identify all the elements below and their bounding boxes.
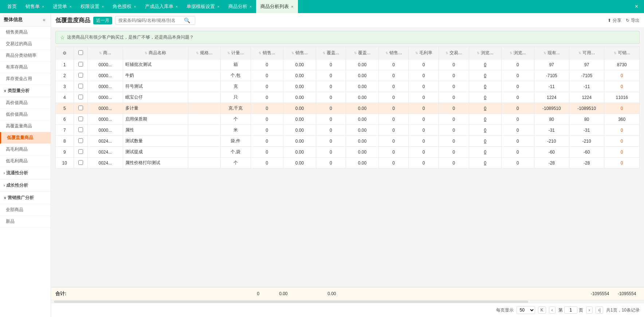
cell-browse1[interactable]: 0 — [469, 103, 502, 114]
cell-browse1[interactable]: 0 — [469, 114, 502, 125]
search-icon[interactable]: 🔍 — [184, 17, 190, 23]
nav-purchase-close[interactable]: × — [69, 4, 71, 9]
nav-template[interactable]: 单据模板设置 × — [182, 0, 224, 13]
th-name[interactable]: ⇅商品名称 — [123, 47, 188, 59]
sidebar-item-stock-capital[interactable]: 库存资金占用 — [0, 73, 51, 85]
cell-cover-rate: 0.00 — [346, 59, 379, 70]
sidebar-item-category-rate[interactable]: 商品分类动销率 — [0, 50, 51, 62]
th-spec[interactable]: ⇅规格... — [188, 47, 221, 59]
row-checkbox[interactable] — [78, 149, 83, 154]
th-cover-count[interactable]: ⇅覆盖... — [316, 47, 346, 59]
cell-browse1[interactable]: 0 — [469, 81, 502, 92]
sidebar-item-sales-goods[interactable]: 销售类商品 — [0, 27, 51, 38]
cell-name: 属性价格打印测试 — [123, 158, 188, 169]
sidebar-item-low-coverage[interactable]: 低覆盖量商品 — [0, 132, 51, 144]
sidebar-item-high-coverage[interactable]: 高覆盖量商品 — [0, 120, 51, 132]
cell-check[interactable] — [74, 103, 88, 114]
cell-check[interactable] — [74, 125, 88, 136]
th-sales-qty[interactable]: ⇅销售... — [251, 47, 283, 59]
cell-check[interactable] — [74, 158, 88, 169]
row-checkbox[interactable] — [78, 106, 83, 110]
time-filter-badge[interactable]: 近一月 — [93, 17, 112, 24]
export-btn[interactable]: ↻ 导出 — [626, 17, 640, 24]
cell-check[interactable] — [74, 59, 88, 70]
nav-role-close[interactable]: × — [134, 4, 136, 9]
nav-goods-analysis-list[interactable]: 商品分析列表 × — [256, 0, 298, 13]
cell-browse1[interactable]: 0 — [469, 125, 502, 136]
cell-browse1[interactable]: 0 — [469, 92, 502, 103]
table-container[interactable]: ⚙ ⇅商... ⇅商品名称 ⇅规格... — [51, 47, 644, 287]
settings-icon[interactable]: ⚙ — [63, 51, 67, 56]
last-page-btn[interactable]: ›| — [596, 306, 603, 314]
row-checkbox[interactable] — [78, 116, 83, 121]
cell-browse1[interactable]: 0 — [469, 158, 502, 169]
th-cover-rate[interactable]: ⇅覆盖... — [346, 47, 379, 59]
select-all-checkbox[interactable] — [78, 50, 83, 55]
th-browse1[interactable]: ⇅浏览... — [469, 47, 502, 59]
cell-check[interactable] — [74, 92, 88, 103]
sidebar-item-high-margin[interactable]: 高毛利商品 — [0, 144, 51, 155]
nav-sales-close[interactable]: × — [42, 4, 44, 9]
th-sales-amount[interactable]: ⇅销售... — [283, 47, 316, 59]
sidebar-item-all-goods[interactable]: 全部商品 — [0, 204, 51, 216]
sidebar-section-marketing[interactable]: ∨ 营销推广分析 — [0, 192, 51, 204]
nav-goods-analysis-list-close[interactable]: × — [291, 4, 293, 9]
page-number-input[interactable] — [564, 306, 577, 314]
nav-template-close[interactable]: × — [217, 4, 219, 9]
cell-check[interactable] — [74, 147, 88, 158]
sidebar-item-new-goods[interactable]: 新品 — [0, 216, 51, 227]
row-checkbox[interactable] — [78, 62, 83, 67]
th-code[interactable]: ⇅商... — [88, 47, 123, 59]
cell-check[interactable] — [74, 81, 88, 92]
row-checkbox[interactable] — [78, 95, 83, 99]
first-page-btn[interactable]: K — [538, 306, 546, 314]
row-checkbox[interactable] — [78, 84, 83, 88]
nav-permission-close[interactable]: × — [102, 4, 104, 9]
th-current[interactable]: ⇅现有... — [534, 47, 569, 59]
cell-browse1[interactable]: 0 — [469, 59, 502, 70]
sidebar-item-low-margin[interactable]: 低毛利商品 — [0, 155, 51, 167]
nav-product-warehouse[interactable]: 产成品入库单 × — [141, 0, 182, 13]
nav-sales[interactable]: 销售单 × — [21, 0, 48, 13]
share-btn[interactable]: ⬆ 分享 — [608, 17, 621, 24]
prev-page-btn[interactable]: ‹ — [549, 306, 555, 314]
nav-product-warehouse-close[interactable]: × — [176, 4, 178, 9]
nav-goods-analysis[interactable]: 商品分析 × — [224, 0, 256, 13]
cell-browse1[interactable]: 0 — [469, 147, 502, 158]
th-sales-count2[interactable]: ⇅销售... — [378, 47, 409, 59]
row-checkbox[interactable] — [78, 73, 83, 78]
page-size-select[interactable]: 50 100 200 — [517, 306, 535, 314]
row-checkbox[interactable] — [78, 127, 83, 132]
sidebar-section-growth[interactable]: › 成长性分析 — [0, 179, 51, 192]
cell-check[interactable] — [74, 114, 88, 125]
sidebar-section-flow[interactable]: › 流通性分析 — [0, 167, 51, 179]
sidebar-item-traded-goods[interactable]: 交易过的商品 — [0, 38, 51, 50]
cell-browse1[interactable]: 0 — [469, 136, 502, 147]
nav-role[interactable]: 角色授权 × — [108, 0, 140, 13]
nav-home[interactable]: 首页 — [3, 0, 21, 13]
nav-purchase[interactable]: 进货单 × — [48, 0, 76, 13]
sidebar-item-high-value[interactable]: 高价值商品 — [0, 97, 51, 109]
th-trade[interactable]: ⇅交易... — [439, 47, 469, 59]
row-checkbox[interactable] — [78, 160, 83, 165]
sidebar-item-stock-goods[interactable]: 有库存商品 — [0, 62, 51, 73]
nav-permission[interactable]: 权限设置 × — [76, 0, 108, 13]
th-gross-rate[interactable]: ⇅毛利率 — [409, 47, 439, 59]
nav-goods-analysis-close[interactable]: × — [250, 4, 252, 9]
next-page-btn[interactable]: › — [586, 306, 593, 314]
row-checkbox[interactable] — [78, 138, 83, 143]
th-sellable[interactable]: ⇅可销... — [604, 47, 640, 59]
cell-browse1[interactable]: 0 — [469, 70, 502, 81]
cell-sellable: 0 — [604, 136, 640, 147]
th-unit[interactable]: ⇅计量... — [221, 47, 251, 59]
th-available[interactable]: ⇅可用... — [569, 47, 604, 59]
cell-sales-qty: 0 — [251, 114, 283, 125]
cell-check[interactable] — [74, 70, 88, 81]
window-close-btn[interactable]: × — [632, 3, 641, 10]
th-browse2[interactable]: ⇅浏览... — [502, 47, 534, 59]
search-input[interactable] — [118, 18, 184, 23]
cell-check[interactable] — [74, 136, 88, 147]
sidebar-section-quantity[interactable]: ∨ 类型量分析 — [0, 85, 51, 97]
sidebar-collapse-btn[interactable]: « — [41, 16, 47, 23]
sidebar-item-low-value[interactable]: 低价值商品 — [0, 109, 51, 120]
